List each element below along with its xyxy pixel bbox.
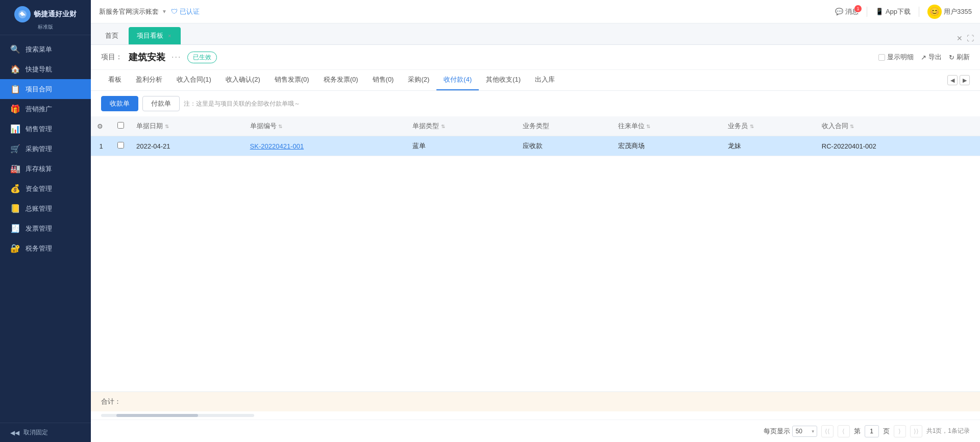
th-settings[interactable]: ⚙ [91, 116, 111, 136]
sidebar-nav: 🔍 搜索菜单 🏠 快捷导航 📋 项目合同 🎁 营销推广 📊 销售管理 🛒 采购管… [0, 35, 91, 423]
message-button[interactable]: 💬 消息 1 [835, 7, 859, 16]
page-content: 项目： 建筑安装 ··· 已生效 显示明细 ↗ 导出 ↻ 刷新 [91, 45, 980, 442]
sidebar-item-capital[interactable]: 💰 资金管理 [0, 179, 91, 199]
app-download-button[interactable]: 📱 App下载 [875, 7, 911, 16]
sidebar-logo: 畅捷通好业财 标准版 [0, 0, 91, 35]
settings-icon[interactable]: ⚙ [97, 122, 103, 130]
th-salesperson: 业务员 ⇅ [722, 116, 816, 136]
show-detail-checkbox-box[interactable] [878, 54, 885, 61]
project-more-button[interactable]: ··· [172, 53, 181, 62]
scrollbar-track[interactable] [101, 414, 254, 417]
sidebar: 畅捷通好业财 标准版 🔍 搜索菜单 🏠 快捷导航 📋 项目合同 🎁 营销推广 📊… [0, 0, 91, 442]
last-page-button[interactable]: ⟩⟩ [910, 425, 922, 437]
scroll-area[interactable] [91, 411, 980, 420]
tab-project-board-close[interactable]: × [166, 32, 173, 39]
tab-home-label: 首页 [105, 31, 118, 40]
prev-page-button[interactable]: ⟨ [838, 425, 850, 437]
sidebar-label-ledger: 总账管理 [26, 204, 52, 213]
receipt-toggle-button[interactable]: 收款单 [101, 96, 138, 111]
income-contract-sort-icon[interactable]: ⇅ [850, 124, 854, 129]
app-edition: 标准版 [38, 23, 53, 31]
doc-type-sort-icon[interactable]: ⇅ [441, 124, 445, 129]
sub-tab-purchase[interactable]: 采购(2) [401, 70, 436, 90]
refresh-label: 刷新 [957, 53, 970, 62]
th-doc-type: 单据类型 ⇅ [406, 116, 517, 136]
refresh-button[interactable]: ↻ 刷新 [949, 53, 970, 62]
row-number-link-1[interactable]: SK-20220421-001 [250, 142, 304, 150]
sidebar-label-marketing: 营销推广 [26, 105, 52, 114]
show-detail-checkbox[interactable]: 显示明细 [878, 53, 914, 62]
sidebar-unpin-button[interactable]: ◀◀ 取消固定 [0, 423, 91, 442]
table-row: 1 2022-04-21 SK-20220421-001 蓝单 应收款 宏茂商场 [91, 136, 980, 156]
sub-tab-income-contract[interactable]: 收入合同(1) [169, 70, 218, 90]
sidebar-item-quick-nav[interactable]: 🏠 快捷导航 [0, 59, 91, 79]
sub-tab-income-confirm[interactable]: 收入确认(2) [218, 70, 267, 90]
topbar-right: 💬 消息 1 📱 App下载 😊 用户3355 [835, 5, 972, 19]
sub-tab-profit[interactable]: 盈利分析 [129, 70, 169, 90]
number-sort-icon[interactable]: ⇅ [278, 124, 282, 129]
sidebar-item-ledger[interactable]: 📒 总账管理 [0, 199, 91, 218]
first-page-button[interactable]: ⟨⟨ [821, 425, 834, 437]
scrollbar-thumb[interactable] [116, 414, 198, 417]
project-header: 项目： 建筑安装 ··· 已生效 显示明细 ↗ 导出 ↻ 刷新 [91, 45, 980, 70]
per-page-select-wrap[interactable]: 50 100 200 [792, 426, 817, 437]
home-icon: 🏠 [10, 64, 20, 74]
sub-tab-sales[interactable]: 销售(0) [365, 70, 401, 90]
sub-tab-sales-invoice[interactable]: 销售发票(0) [267, 70, 316, 90]
per-page-select-input[interactable]: 50 100 200 [792, 426, 817, 437]
sub-tab-receipt[interactable]: 收付款(4) [436, 70, 479, 90]
salesperson-sort-icon[interactable]: ⇅ [750, 124, 754, 129]
sidebar-item-search[interactable]: 🔍 搜索菜单 [0, 39, 91, 59]
sub-tab-in-out[interactable]: 出入库 [528, 70, 562, 90]
select-all-checkbox[interactable] [117, 122, 124, 129]
sub-nav-next-button[interactable]: ▶ [960, 75, 970, 85]
maximize-window-button[interactable]: ⛶ [967, 34, 974, 42]
sub-nav-prev-button[interactable]: ◀ [947, 75, 958, 85]
sidebar-label-invoice-mgmt: 发票管理 [26, 224, 52, 233]
sidebar-label-inventory: 库存核算 [26, 164, 52, 174]
row-salesperson-1: 龙妹 [722, 136, 816, 156]
account-selector[interactable]: 新服务官网演示账套 ▼ [99, 7, 167, 16]
sidebar-item-purchase[interactable]: 🛒 采购管理 [0, 139, 91, 159]
th-income-contract: 收入合同 ⇅ [816, 116, 980, 136]
tab-project-board[interactable]: 项目看板 × [129, 27, 181, 44]
date-sort-icon[interactable]: ⇅ [165, 124, 169, 129]
sidebar-item-inventory[interactable]: 🏭 库存核算 [0, 159, 91, 179]
tab-home[interactable]: 首页 [97, 27, 127, 44]
sidebar-item-project-contract[interactable]: 📋 项目合同 [0, 79, 91, 99]
close-window-button[interactable]: ✕ [957, 34, 963, 42]
th-partner: 往来单位 ⇅ [612, 116, 722, 136]
app-download-label: App下载 [886, 7, 911, 16]
certified-badge: 🛡 已认证 [171, 7, 200, 16]
payment-toggle-button[interactable]: 付款单 [142, 96, 180, 111]
table-head: ⚙ 单据日期 ⇅ 单据编号 ⇅ [91, 116, 980, 136]
sidebar-label-capital: 资金管理 [26, 184, 52, 193]
row-select-checkbox-1[interactable] [117, 142, 124, 149]
table-body: 1 2022-04-21 SK-20220421-001 蓝单 应收款 宏茂商场 [91, 136, 980, 156]
sidebar-item-tax[interactable]: 🔐 税务管理 [0, 238, 91, 258]
partner-sort-icon[interactable]: ⇅ [646, 124, 650, 129]
sub-tab-tax-invoice[interactable]: 税务发票(0) [316, 70, 365, 90]
page-suffix: 页 [883, 427, 890, 436]
row-doc-type-1: 蓝单 [406, 136, 517, 156]
row-date-1: 2022-04-21 [130, 136, 244, 156]
page-number-input[interactable] [865, 425, 879, 437]
export-button[interactable]: ↗ 导出 [921, 53, 942, 62]
row-checkbox-1[interactable] [111, 136, 130, 156]
marketing-icon: 🎁 [10, 104, 20, 114]
th-checkbox[interactable] [111, 116, 130, 136]
sub-tab-kanban[interactable]: 看板 [101, 70, 129, 90]
sidebar-label-project-contract: 项目合同 [26, 85, 52, 94]
row-number-1[interactable]: SK-20220421-001 [244, 136, 407, 156]
next-page-button[interactable]: ⟩ [894, 425, 906, 437]
user-button[interactable]: 😊 用户3355 [927, 5, 972, 19]
sidebar-item-marketing[interactable]: 🎁 营销推广 [0, 99, 91, 119]
sub-tab-other-expense[interactable]: 其他收支(1) [479, 70, 528, 90]
app-logo-icon [14, 6, 31, 22]
app-name: 畅捷通好业财 [34, 10, 77, 19]
sidebar-item-invoice-mgmt[interactable]: 🧾 发票管理 [0, 218, 91, 238]
sidebar-label-tax: 税务管理 [26, 244, 52, 253]
svg-point-1 [21, 13, 24, 16]
sidebar-item-sales[interactable]: 📊 销售管理 [0, 119, 91, 139]
data-table: ⚙ 单据日期 ⇅ 单据编号 ⇅ [91, 116, 980, 156]
